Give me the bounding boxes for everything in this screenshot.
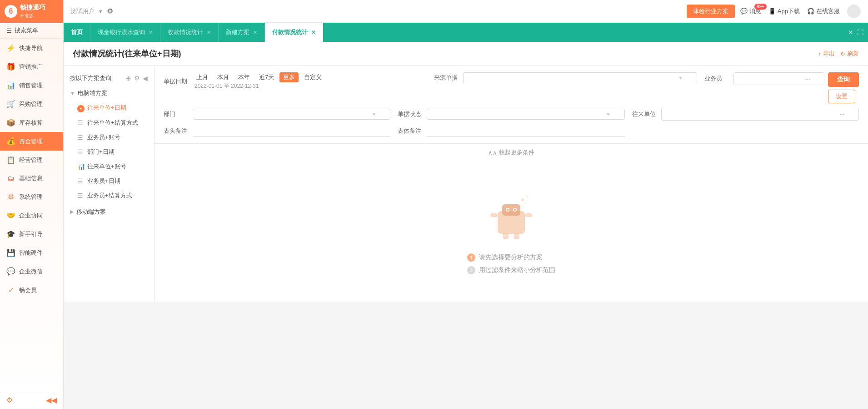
mobile-group-chevron-icon: ▶ [70,209,74,215]
date-btn-custom[interactable]: 自定义 [300,72,325,82]
app-download-btn[interactable]: 📱 App下载 [768,7,800,15]
setting-btn[interactable]: 设置 [828,90,855,103]
sidebar-item-purchase[interactable]: 🛒 采购管理 [0,95,63,113]
agent-dots-icon[interactable]: ··· [805,75,810,82]
tabbar-maximize-icon[interactable]: ⛶ [857,29,863,36]
partner-select[interactable]: ··· [661,108,859,121]
plan-item-agent-account[interactable]: ☰ 业务员+账号 [64,130,154,145]
main-area: 测试用户 ▼ ⚙ 体验行业方案 💬 消息 99+ 📱 App下载 🎧 在线客服 [64,0,868,409]
sidebar-item-guide[interactable]: 🎓 新手引导 [0,225,63,243]
tab-receivable[interactable]: 收款情况统计 ✕ [160,23,219,42]
sidebar-item-sales[interactable]: 📊 销售管理 [0,76,63,95]
plan-item-partner-account[interactable]: 📊 往来单位+账号 [64,159,154,174]
settings-plan-icon[interactable]: ⚙ [134,75,140,82]
tab-home[interactable]: 首页 [64,23,90,42]
plan-item-icon-1: ☰ [77,119,85,126]
date-btn-last-month[interactable]: 上月 [193,72,212,82]
add-plan-icon[interactable]: ⊕ [126,75,131,82]
dept-chevron-icon: ▼ [371,111,376,117]
user-name: 测试用户 [71,7,96,15]
filter-header-note: 表头备注 [164,125,390,137]
plan-item-label: 部门+日期 [87,148,115,156]
header-note-label: 表头备注 [164,127,189,135]
query-btn[interactable]: 查询 [828,72,859,87]
dept-label: 部门 [164,110,189,118]
status-select[interactable]: ▼ [427,109,624,120]
sidebar-item-quick-nav[interactable]: ⚡ 快捷导航 [0,39,63,57]
agent-select[interactable]: ··· [733,72,824,85]
collapse-btn[interactable]: ∧∧ 收起更多条件 [488,148,534,157]
filter-source: 来源单据 ▼ [434,72,697,83]
plan-item-agent-settle[interactable]: ☰ 业务员+结算方式 [64,188,154,203]
partner-dots-icon[interactable]: ··· [839,111,845,118]
status-label: 单据状态 [398,110,423,118]
tabbar-close-all-icon[interactable]: ✕ [848,29,853,36]
source-control: ▼ [463,72,697,83]
date-btn-7days[interactable]: 近7天 [255,72,278,82]
plan-item-partner-date[interactable]: ● 往来单位+日期 [64,101,154,116]
export-label: 导出 [823,50,835,58]
mobile-group-label: 移动端方案 [76,208,106,216]
dept-select[interactable]: ▼ [193,109,390,120]
plan-item-partner-settle[interactable]: ☰ 往来单位+结算方式 [64,116,154,130]
source-select[interactable]: ▼ [463,72,697,83]
result-area: 1 请先选择要分析的方案 2 用过滤条件来缩小分析范围 [155,161,868,302]
plan-item-agent-date[interactable]: ☰ 业务员+日期 [64,174,154,188]
date-btn-this-year[interactable]: 本年 [234,72,254,82]
message-btn[interactable]: 💬 消息 99+ [740,7,761,15]
sidebar-label: 企业微信 [19,268,43,276]
collapse-panel-icon[interactable]: ◀ [143,75,148,82]
date-btn-more[interactable]: 更多 [279,72,299,82]
tab-receivable-close-icon[interactable]: ✕ [207,30,211,35]
sidebar-footer: ⚙ ◀◀ [0,391,63,409]
sidebar-item-enterprise[interactable]: 🤝 企业协同 [0,206,63,225]
tab-new-plan-close-icon[interactable]: ✕ [253,30,257,35]
topbar-gear-icon[interactable]: ⚙ [107,7,113,15]
settings-icon[interactable]: ⚙ [6,396,13,404]
refresh-btn[interactable]: ↻ 刷新 [840,50,859,58]
service-label: 在线客服 [816,7,840,15]
sidebar-item-capital[interactable]: 💰 资金管理 [0,132,63,151]
desktop-group-chevron-icon: ▼ [70,91,75,96]
content-wrapper: 按以下方案查询 ⊕ ⚙ ◀ ▼ 电脑端方案 ● [64,66,868,302]
trial-btn[interactable]: 体验行业方案 [687,5,735,18]
capital-icon: 💰 [6,137,15,146]
plan-item-dept-date[interactable]: ☰ 部门+日期 [64,145,154,159]
body-note-input[interactable] [427,125,624,137]
right-area: 单据日期 上月 本月 本年 近7天 更多 自定义 20 [155,66,868,302]
plan-group-desktop-header[interactable]: ▼ 电脑端方案 [64,86,154,101]
tab-cash-flow-close-icon[interactable]: ✕ [149,30,153,35]
export-btn[interactable]: ↑ 导出 [818,50,835,58]
tip-text-1: 请先选择要分析的方案 [479,253,543,262]
plan-group-mobile-header[interactable]: ▶ 移动端方案 [64,205,154,219]
collapse-up-icon: ∧∧ [488,149,497,156]
user-chevron-icon: ▼ [98,9,103,14]
tab-payment-stat-close-icon[interactable]: ✕ [311,30,315,35]
sidebar-item-marketing[interactable]: 🎁 营销推广 [0,57,63,76]
sidebar-item-operation[interactable]: 📋 经营管理 [0,151,63,169]
header-note-input[interactable] [193,125,390,137]
collapse-row: ∧∧ 收起更多条件 [155,143,868,161]
sidebar-item-hardware[interactable]: 💾 智能硬件 [0,243,63,262]
sidebar-item-wechat[interactable]: 💬 企业微信 [0,262,63,281]
search-menu[interactable]: ☰ 搜索菜单 [0,23,63,39]
date-btn-this-month[interactable]: 本月 [214,72,233,82]
online-service-btn[interactable]: 🎧 在线客服 [807,7,840,15]
plan-item-label: 往来单位+账号 [87,162,126,171]
tab-cash-flow[interactable]: 现金银行流水查询 ✕ [90,23,160,42]
page-header: 付款情况统计(往来单位+日期) ↑ 导出 ↻ 刷新 [64,42,868,66]
collapse-sidebar-icon[interactable]: ◀◀ [46,396,57,404]
sidebar-item-system[interactable]: ⚙ 系统管理 [0,187,63,206]
tab-new-plan[interactable]: 新建方案 ✕ [219,23,265,42]
partner-control: ··· [661,108,859,121]
logo-text: 畅捷通巧 [20,4,45,12]
sidebar-item-basic-info[interactable]: 🗂 基础信息 [0,169,63,187]
avatar[interactable] [847,5,861,18]
svg-rect-8 [525,213,532,217]
filter-date: 单据日期 上月 本月 本年 近7天 更多 自定义 20 [164,72,427,90]
sidebar-item-inventory[interactable]: 📦 库存核算 [0,113,63,132]
basic-info-icon: 🗂 [6,174,15,182]
search-icon: ☰ [6,27,12,34]
tab-payment-stat[interactable]: 付款情况统计 ✕ [265,23,323,42]
sidebar-item-member[interactable]: ✓ 畅会员 [0,281,63,299]
